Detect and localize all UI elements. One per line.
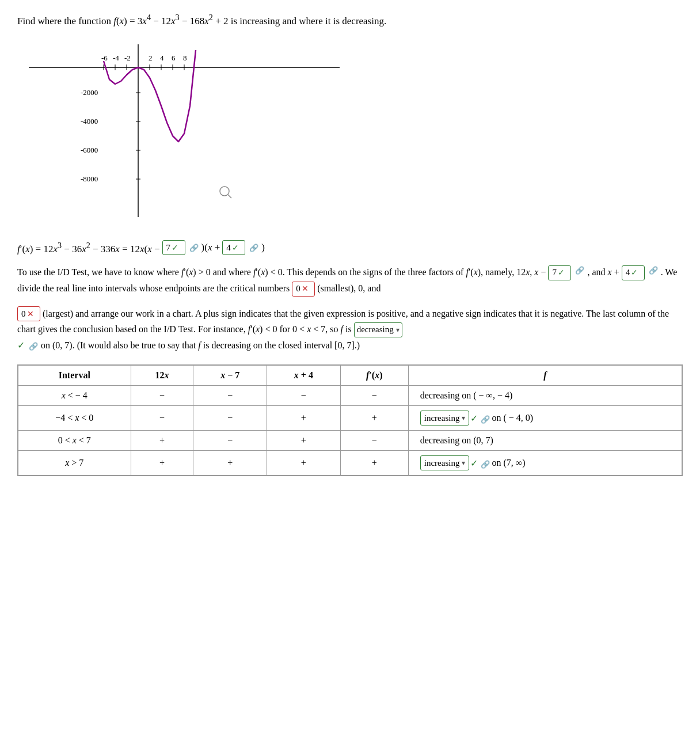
row2-fprime: + xyxy=(340,406,408,431)
link-icon-2[interactable]: 🔗 xyxy=(249,242,259,253)
row1-interval: x < − 4 xyxy=(18,386,131,406)
svg-text:🔗: 🔗 xyxy=(481,459,490,469)
explanation-block2: 0 ✕ (largest) and arrange our work in a … xyxy=(17,306,683,354)
row3-12x: + xyxy=(131,431,193,451)
col-header-12x: 12x xyxy=(131,366,193,386)
row4-suffix: on (7, ∞) xyxy=(492,458,525,468)
factor-middle: )(x + xyxy=(201,242,220,253)
factor2-box[interactable]: 4 ✓ xyxy=(222,240,245,255)
svg-text:🔗: 🔗 xyxy=(575,265,585,275)
svg-text:4: 4 xyxy=(160,54,164,62)
text-box4-value: 4 xyxy=(626,265,630,280)
critical-label1: (smallest), 0, and xyxy=(317,283,381,293)
svg-text:8: 8 xyxy=(183,54,187,62)
factor1-box[interactable]: 7 ✓ xyxy=(162,240,185,255)
svg-text:6: 6 xyxy=(172,54,176,62)
critical-box1-value: 0 xyxy=(296,282,300,297)
decreasing-select-arrow: ▾ xyxy=(396,324,400,336)
text-box3-value: 7 xyxy=(552,265,557,280)
derivative-equation: f′(x) = 12x3 − 36x2 − 336x = 12x(x − 7 ✓… xyxy=(17,240,683,255)
svg-text:-2000: -2000 xyxy=(81,88,98,97)
question-text: Find where the function f(x) = 3x4 − 12x… xyxy=(17,12,683,28)
row2-select-arrow: ▾ xyxy=(462,414,465,423)
text-largest: (largest) and arrange our work in a char… xyxy=(17,309,669,335)
row4-check: ✓ xyxy=(470,458,478,469)
link-icon-row2[interactable]: 🔗 xyxy=(480,413,490,423)
svg-text:🔗: 🔗 xyxy=(481,415,490,424)
critical-box2-value: 0 xyxy=(21,307,26,322)
svg-text:-6000: -6000 xyxy=(81,146,98,154)
link-icon-row4[interactable]: 🔗 xyxy=(480,458,490,468)
row2-select-value: increasing xyxy=(424,413,460,423)
svg-text:-8000: -8000 xyxy=(81,174,98,183)
row4-conclusion: increasing ▾ ✓ 🔗 on (7, ∞) xyxy=(408,451,682,476)
row1-x7: − xyxy=(193,386,267,406)
svg-text:🔗: 🔗 xyxy=(189,243,199,253)
factor-rhs: ) xyxy=(261,242,265,253)
outer-check: ✓ xyxy=(17,340,25,350)
row2-conclusion: increasing ▾ ✓ 🔗 on ( − 4, 0) xyxy=(408,406,682,431)
text-part1: To use the I/D Test, we have to know whe… xyxy=(17,267,548,277)
row4-x4: + xyxy=(267,451,341,476)
factor2-value: 4 xyxy=(226,243,231,253)
col-header-x-4: x + 4 xyxy=(267,366,341,386)
critical-box1-x: ✕ xyxy=(302,282,309,296)
svg-text:-4000: -4000 xyxy=(81,117,98,126)
row2-interval: −4 < x < 0 xyxy=(18,406,131,431)
row4-fprime: + xyxy=(340,451,408,476)
row2-select[interactable]: increasing ▾ xyxy=(420,411,470,426)
row2-check: ✓ xyxy=(470,413,478,424)
svg-text:🔗: 🔗 xyxy=(649,265,659,275)
row4-12x: + xyxy=(131,451,193,476)
link-icon-3[interactable]: 🔗 xyxy=(575,264,585,275)
row2-x7: − xyxy=(193,406,267,431)
explanation-block: To use the I/D Test, we have to know whe… xyxy=(17,264,683,297)
row3-x7: − xyxy=(193,431,267,451)
row4-interval: x > 7 xyxy=(18,451,131,476)
svg-point-24 xyxy=(220,187,229,196)
col-header-f: f xyxy=(408,366,682,386)
row3-conclusion: decreasing on (0, 7) xyxy=(408,431,682,451)
factor1-check: ✓ xyxy=(172,243,178,253)
svg-text:-4: -4 xyxy=(113,54,119,62)
table-row: 0 < x < 7 + − + − decreasing on (0, 7) xyxy=(18,431,682,451)
critical-box2-x: ✕ xyxy=(27,307,34,321)
row1-conclusion: decreasing on ( − ∞, − 4) xyxy=(408,386,682,406)
row4-select-arrow: ▾ xyxy=(462,459,465,468)
link-icon-1[interactable]: 🔗 xyxy=(189,242,199,253)
critical-box2[interactable]: 0 ✕ xyxy=(17,306,40,321)
row2-x4: + xyxy=(267,406,341,431)
row4-select[interactable]: increasing ▾ xyxy=(420,455,470,470)
graph-area: -6 -4 -2 2 4 6 8 -2000 -4000 -6000 -8000 xyxy=(17,39,683,223)
row4-x7: + xyxy=(193,451,267,476)
factor2-check: ✓ xyxy=(232,243,239,253)
table-row: −4 < x < 0 − − + + increasing ▾ ✓ 🔗 xyxy=(18,406,682,431)
text-box3-check: ✓ xyxy=(558,266,565,280)
svg-text:2: 2 xyxy=(149,54,153,62)
table-row: x < − 4 − − − − decreasing on ( − ∞, − 4… xyxy=(18,386,682,406)
text-box3[interactable]: 7 ✓ xyxy=(548,265,571,280)
row4-verdict-wrap: increasing ▾ ✓ 🔗 on (7, ∞) xyxy=(420,455,526,470)
critical-box1[interactable]: 0 ✕ xyxy=(292,282,315,297)
row3-fprime: − xyxy=(340,431,408,451)
on-interval-text: on (0, 7). (It would also be true to say… xyxy=(41,340,360,350)
svg-line-25 xyxy=(228,195,231,198)
row1-fprime: − xyxy=(340,386,408,406)
row2-suffix: on ( − 4, 0) xyxy=(492,413,533,423)
row1-x4: − xyxy=(267,386,341,406)
link-icon-4[interactable]: 🔗 xyxy=(648,264,659,275)
decreasing-select[interactable]: decreasing ▾ xyxy=(354,322,402,337)
col-header-interval: Interval xyxy=(18,366,131,386)
link-icon-5[interactable]: 🔗 xyxy=(28,337,39,348)
id-test-table: Interval 12x x − 7 x + 4 f′(x) f x < − 4… xyxy=(17,364,683,476)
row2-12x: − xyxy=(131,406,193,431)
row1-12x: − xyxy=(131,386,193,406)
text-box4[interactable]: 4 ✓ xyxy=(622,265,645,280)
table-row: x > 7 + + + + increasing ▾ ✓ 🔗 xyxy=(18,451,682,476)
row3-interval: 0 < x < 7 xyxy=(18,431,131,451)
text-and: , and x + xyxy=(587,267,621,277)
col-header-fprime: f′(x) xyxy=(340,366,408,386)
svg-text:-2: -2 xyxy=(124,54,131,62)
row4-select-value: increasing xyxy=(424,458,460,468)
svg-text:-6: -6 xyxy=(101,54,108,62)
